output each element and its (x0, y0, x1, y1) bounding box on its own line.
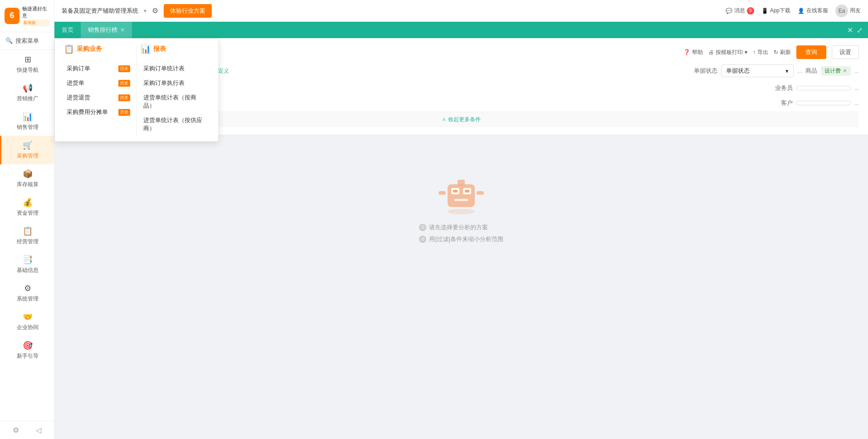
menu-item-purchase-order-exec[interactable]: 采购订单执行表 (141, 76, 210, 90)
menu-item-stock-stat-goods[interactable]: 进货单统计表（按商品） (141, 90, 210, 113)
help-button[interactable]: ❓ 帮助 (683, 49, 703, 56)
sidebar-item-inventory[interactable]: 📦 库存核算 (0, 164, 54, 193)
sidebar-item-purchase[interactable]: 🛒 采购管理 (0, 136, 54, 164)
finance-icon: 💰 (23, 197, 33, 207)
enterprise-icon: 🤝 (23, 312, 33, 322)
sidebar-item-enterprise[interactable]: 🤝 企业协同 (0, 307, 54, 336)
menu-item-stock-stat-supplier[interactable]: 进货单统计表（按供应商） (141, 113, 210, 136)
logo-text: 畅捷通好生意 (22, 5, 49, 20)
badge-stock-return: 历史 (118, 94, 130, 101)
online-service-button[interactable]: 👤 在线客服 (798, 7, 828, 15)
tip-num-1: ① (419, 224, 426, 231)
menu-col-purchase: 📋 采购业务 采购订单 历史 进货单 历史 进货退货 历史 采购费用分摊单 历史 (60, 44, 137, 136)
status-filter-select[interactable]: 单据状态 ▾ (721, 64, 794, 77)
badge-purchase-expense: 历史 (118, 109, 130, 116)
empty-tips: ① 请先选择要分析的方案 ② 用[过滤]条件来缩小分析范围 (419, 222, 503, 245)
message-button[interactable]: 💬 消息 9 (726, 7, 754, 15)
goods-tag: 设计费 ✕ (821, 66, 851, 76)
search-menu-item[interactable]: 🔍 搜索菜单 (0, 32, 54, 50)
user-button[interactable]: Ea 用友 (835, 5, 861, 17)
sidebar-item-marketing[interactable]: 📢 营销推广 (0, 79, 54, 107)
svg-rect-9 (477, 191, 484, 195)
tabbar-expand-icon[interactable]: ⤢ (857, 26, 863, 35)
goods-filter-label: 商品 (805, 67, 817, 75)
setting-button[interactable]: 设置 (832, 45, 859, 59)
search-icon: 🔍 (5, 37, 13, 44)
badge-purchase-order: 历史 (118, 65, 130, 72)
export-icon: ↑ (753, 49, 756, 55)
quick-nav-icon: ⊞ (24, 54, 31, 64)
menu-item-stock-in[interactable]: 进货单 历史 (64, 76, 133, 90)
status-arrow-icon: ▾ (785, 68, 789, 74)
menu-item-stock-return[interactable]: 进货退货 历史 (64, 90, 133, 105)
sidebar-item-system[interactable]: ⚙ 系统管理 (0, 279, 54, 307)
status-ellipsis[interactable]: ... (797, 68, 802, 74)
badge-stock-in: 历史 (118, 80, 130, 87)
tabbar: 首页 销售排行榜 ✕ ✕ ⤢ (54, 22, 868, 38)
tip-num-2: ② (419, 236, 426, 243)
operation-icon: 📋 (23, 226, 33, 236)
print-icon: 🖨 (708, 49, 714, 55)
system-title: 装备及固定资产辅助管理系统 (62, 7, 138, 15)
tab-close-icon[interactable]: ✕ (120, 27, 125, 33)
svg-rect-7 (458, 180, 465, 186)
dropdown-menu-overlay: 📋 采购业务 采购订单 历史 进货单 历史 进货退货 历史 采购费用分摊单 历史 (54, 38, 219, 142)
sidebar-logo: 6 畅捷通好生意 标准版 (0, 0, 54, 32)
status-filter-label: 单据状态 (694, 67, 717, 75)
sidebar: 6 畅捷通好生意 标准版 🔍 搜索菜单 ⊞ 快捷导航 📢 营销推广 📊 销售管理… (0, 0, 54, 439)
guide-icon: 🎯 (23, 340, 33, 350)
system-icon: ⚙ (24, 283, 31, 293)
menu-item-purchase-order-stat[interactable]: 采购订单统计表 (141, 61, 210, 76)
sidebar-item-finance[interactable]: 💰 资金管理 (0, 193, 54, 222)
topbar-right: 💬 消息 9 📱 App下载 👤 在线客服 Ea 用友 (726, 5, 861, 17)
refresh-icon: ↻ (774, 49, 778, 55)
customer-ellipsis[interactable]: ... (854, 100, 859, 106)
sidebar-item-guide[interactable]: 🎯 新手引导 (0, 336, 54, 365)
print-button[interactable]: 🖨 按模板打印 ▾ (708, 49, 747, 56)
industry-plan-button[interactable]: 体验行业方案 (164, 4, 212, 18)
app-download-button[interactable]: 📱 App下载 (761, 7, 790, 15)
goods-tag-close[interactable]: ✕ (843, 68, 847, 74)
sidebar-item-operation[interactable]: 📋 经营管理 (0, 222, 54, 250)
purchase-business-icon: 📋 (64, 44, 74, 54)
inventory-icon: 📦 (23, 169, 33, 179)
topbar-dropdown-arrow[interactable]: ▾ (144, 8, 146, 14)
svg-rect-4 (453, 190, 458, 192)
query-button[interactable]: 查询 (796, 45, 826, 59)
goods-ellipsis[interactable]: ... (854, 68, 859, 74)
sidebar-item-sales[interactable]: 📊 销售管理 (0, 107, 54, 136)
help-icon: ❓ (683, 49, 690, 55)
sidebar-item-basic[interactable]: 📑 基础信息 (0, 250, 54, 279)
customer-filter-label: 客户 (781, 99, 793, 107)
logo-badge: 标准版 (22, 20, 49, 26)
collapse-sidebar-btn[interactable]: ◁ (36, 426, 41, 434)
user-avatar: Ea (835, 5, 848, 17)
svg-rect-6 (454, 199, 468, 201)
status-placeholder: 单据状态 (726, 67, 750, 75)
basic-icon: 📑 (23, 255, 33, 265)
menu-item-purchase-order[interactable]: 采购订单 历史 (64, 61, 133, 76)
menu-col-purchase-header: 📋 采购业务 (64, 44, 133, 57)
logo-icon: 6 (5, 8, 20, 24)
tab-home[interactable]: 首页 (54, 22, 81, 38)
menu-col-report: 📊 报表 采购订单统计表 采购订单执行表 进货单统计表（按商品） 进货单统计表（… (137, 44, 213, 136)
export-button[interactable]: ↑ 导出 (753, 49, 768, 56)
message-badge: 9 (747, 7, 754, 15)
refresh-button[interactable]: ↻ 刷新 (774, 49, 791, 56)
customer-filter-select[interactable] (796, 101, 851, 105)
message-icon: 💬 (726, 8, 732, 14)
salesman-ellipsis[interactable]: ... (854, 85, 859, 91)
empty-illustration (434, 171, 488, 216)
tab-sales-rank[interactable]: 销售排行榜 ✕ (81, 22, 132, 38)
empty-tip-1: ① 请先选择要分析的方案 (419, 222, 503, 233)
settings-bottom-btn[interactable]: ⚙ (13, 426, 19, 434)
dropdown-menu: 📋 采购业务 采购订单 历史 进货单 历史 进货退货 历史 采购费用分摊单 历史 (54, 38, 219, 142)
menu-item-purchase-expense[interactable]: 采购费用分摊单 历史 (64, 105, 133, 119)
marketing-icon: 📢 (23, 83, 33, 93)
tabbar-close-icon[interactable]: ✕ (847, 26, 853, 35)
salesman-filter-select[interactable] (796, 86, 851, 90)
topbar-gear-icon[interactable]: ⚙ (152, 6, 158, 15)
sales-icon: 📊 (23, 112, 33, 122)
collapse-up-icon: ∧ (442, 116, 448, 123)
sidebar-item-quick-nav[interactable]: ⊞ 快捷导航 (0, 50, 54, 79)
